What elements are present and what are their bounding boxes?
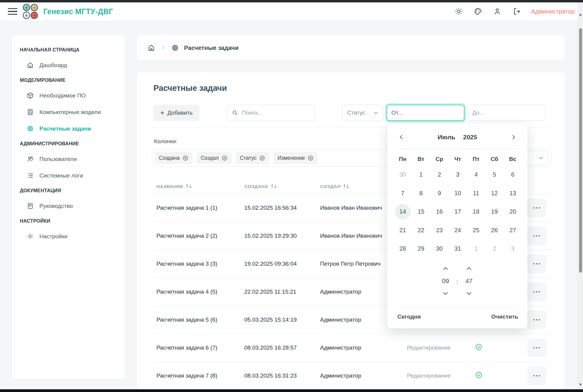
sidebar-item-label: Компьютерные модели bbox=[39, 109, 101, 116]
calendar-day[interactable]: 23 bbox=[430, 221, 449, 240]
date-to-input[interactable] bbox=[468, 105, 545, 121]
calendar-day[interactable]: 19 bbox=[485, 202, 504, 221]
calendar-day[interactable]: 29 bbox=[412, 239, 430, 258]
sidebar-item-models[interactable]: Компьютерные модели bbox=[12, 104, 125, 120]
calendar-month[interactable]: Июль bbox=[438, 134, 455, 141]
remove-chip-icon[interactable] bbox=[307, 155, 314, 161]
palette-icon[interactable] bbox=[473, 7, 483, 16]
created-cell: 19.02.2025 09:36:04 bbox=[244, 261, 320, 267]
sidebar-item-dashboard[interactable]: Дашбоард bbox=[12, 57, 125, 73]
column-chip[interactable]: Создал bbox=[197, 152, 232, 164]
minutes-up-icon[interactable] bbox=[460, 265, 478, 273]
calendar-prev-icon[interactable] bbox=[396, 132, 407, 143]
row-menu-button[interactable] bbox=[527, 227, 546, 245]
scrollbar-thumb[interactable] bbox=[579, 28, 582, 273]
created-cell: 15.02.2025 19:29:30 bbox=[244, 233, 320, 239]
calendar-day[interactable]: 2 bbox=[485, 239, 504, 258]
scroll-up-icon[interactable]: ▲ bbox=[578, 13, 583, 16]
calendar-day[interactable]: 31 bbox=[449, 239, 467, 258]
today-button[interactable]: Сегодня bbox=[397, 312, 421, 322]
row-menu-button[interactable] bbox=[527, 199, 546, 217]
calendar-day[interactable]: 8 bbox=[412, 184, 430, 203]
columns-label: Колонки: bbox=[154, 138, 177, 145]
calendar-day[interactable]: 12 bbox=[485, 184, 504, 203]
calendar-day[interactable]: 2 bbox=[430, 165, 449, 184]
sidebar-item-logs[interactable]: Системные логи bbox=[12, 167, 125, 184]
sidebar-item-users[interactable]: Пользователи bbox=[12, 151, 125, 167]
calendar-day[interactable]: 15 bbox=[412, 202, 430, 221]
search-input[interactable] bbox=[241, 109, 310, 116]
row-menu-button[interactable] bbox=[527, 255, 546, 273]
remove-chip-icon[interactable] bbox=[259, 155, 265, 161]
task-name-cell: Расчетная задача 4 (5) bbox=[153, 289, 244, 295]
calendar-day[interactable]: 4 bbox=[467, 165, 485, 184]
calendar-day[interactable]: 16 bbox=[430, 202, 449, 221]
column-chip[interactable]: Статус bbox=[236, 152, 269, 164]
brightness-icon[interactable] bbox=[454, 7, 463, 16]
calendar-day[interactable]: 22 bbox=[412, 221, 430, 240]
calendar-day[interactable]: 14 bbox=[393, 202, 412, 221]
cpu-icon bbox=[26, 125, 34, 133]
breadcrumb: Расчетные задачи bbox=[137, 35, 565, 60]
calendar-day[interactable]: 18 bbox=[467, 202, 485, 221]
row-menu-button[interactable] bbox=[527, 310, 546, 329]
calendar-day[interactable]: 20 bbox=[504, 202, 522, 221]
calendar-day[interactable]: 9 bbox=[430, 184, 449, 203]
calendar-day[interactable]: 30 bbox=[393, 165, 412, 184]
column-chip[interactable]: Создана bbox=[155, 152, 193, 164]
calendar-day[interactable]: 5 bbox=[485, 165, 504, 184]
calendar-day[interactable]: 11 bbox=[467, 184, 485, 203]
calendar-day[interactable]: 1 bbox=[467, 239, 485, 258]
calendar-day[interactable]: 17 bbox=[449, 202, 467, 221]
user-icon[interactable] bbox=[493, 7, 502, 16]
logout-icon[interactable] bbox=[512, 7, 521, 16]
sidebar-item-label: Руководство bbox=[39, 203, 73, 209]
sidebar-item-software[interactable]: Необходимое ПО bbox=[12, 87, 125, 104]
scroll-down-icon[interactable]: ▼ bbox=[578, 383, 583, 386]
hours-down-icon[interactable] bbox=[436, 289, 455, 297]
calendar-day[interactable]: 1 bbox=[412, 165, 430, 184]
calendar-day[interactable]: 10 bbox=[449, 184, 467, 203]
search-input-wrap bbox=[227, 105, 315, 121]
sidebar-item-tasks[interactable]: Расчетные задачи bbox=[12, 120, 125, 137]
weekday-label: Пт bbox=[467, 153, 485, 165]
date-from-input[interactable] bbox=[387, 105, 464, 121]
minutes-value: 47 bbox=[460, 273, 478, 289]
calendar-next-icon[interactable] bbox=[508, 132, 519, 143]
menu-toggle-icon[interactable] bbox=[8, 8, 17, 15]
vertical-scrollbar[interactable]: ▲ ▼ bbox=[578, 2, 583, 389]
row-menu-button[interactable] bbox=[527, 366, 546, 385]
table-header-cell[interactable]: НАЗВАНИЕ↑↓ bbox=[153, 184, 244, 189]
add-button[interactable]: + Добавить bbox=[153, 105, 199, 121]
calendar-day[interactable]: 30 bbox=[430, 239, 449, 258]
calendar-day[interactable]: 21 bbox=[393, 221, 412, 240]
column-chip[interactable]: Изменение bbox=[273, 152, 318, 164]
task-name-cell: Расчетная задача 1 (1) bbox=[153, 205, 244, 211]
calendar-day[interactable]: 3 bbox=[504, 239, 522, 258]
user-role-label[interactable]: Администратор bbox=[531, 8, 575, 15]
hours-up-icon[interactable] bbox=[436, 265, 455, 273]
status-cell: Редактирование bbox=[407, 344, 467, 351]
calendar-day[interactable]: 6 bbox=[504, 165, 522, 184]
calendar-day[interactable]: 28 bbox=[393, 239, 412, 258]
calendar-day[interactable]: 27 bbox=[504, 221, 522, 240]
remove-chip-icon[interactable] bbox=[182, 155, 189, 161]
calendar-day[interactable]: 7 bbox=[393, 184, 412, 203]
calendar-day[interactable]: 25 bbox=[467, 221, 485, 240]
row-menu-button[interactable] bbox=[527, 338, 546, 357]
calendar-day[interactable]: 24 bbox=[449, 221, 467, 240]
row-menu-button[interactable] bbox=[527, 282, 546, 301]
clear-button[interactable]: Очистить bbox=[491, 312, 518, 322]
home-icon[interactable] bbox=[147, 44, 156, 52]
calendar-day[interactable]: 3 bbox=[449, 165, 467, 184]
remove-chip-icon[interactable] bbox=[221, 155, 228, 161]
table-header-cell[interactable]: СОЗДАНА↑↓ bbox=[244, 184, 320, 189]
status-select[interactable]: Статус bbox=[342, 105, 383, 121]
minutes-down-icon[interactable] bbox=[460, 289, 478, 297]
calendar-day[interactable]: 13 bbox=[504, 184, 522, 203]
calendar-year[interactable]: 2025 bbox=[463, 134, 477, 141]
calendar-day[interactable]: 26 bbox=[485, 221, 504, 240]
sidebar-item-settings[interactable]: Настройки bbox=[12, 228, 125, 245]
list-icon bbox=[26, 172, 34, 180]
sidebar-item-manual[interactable]: Руководство bbox=[12, 198, 125, 214]
